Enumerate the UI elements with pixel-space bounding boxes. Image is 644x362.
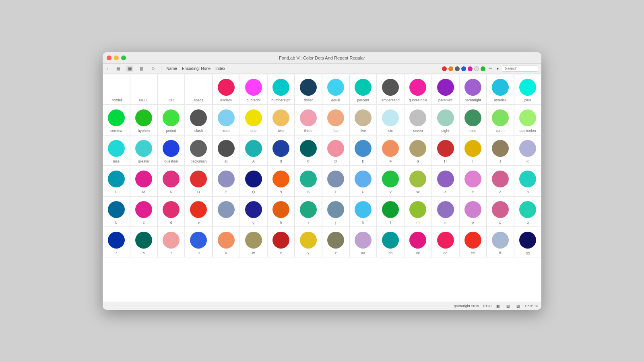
glyph-cell[interactable]: plus	[514, 74, 541, 105]
glyph-cell[interactable]: m	[404, 196, 431, 227]
glyph-cell[interactable]: question	[157, 135, 185, 166]
glyph-cell[interactable]: parenleft	[432, 74, 459, 105]
glyph-cell[interactable]: ee	[459, 227, 487, 257]
view-btn3[interactable]: ▧	[138, 66, 145, 72]
glyph-cell[interactable]: greater	[130, 135, 157, 166]
glyph-cell[interactable]: R	[267, 166, 295, 196]
pencil-button[interactable]: ✏	[487, 66, 493, 72]
search-input[interactable]	[502, 66, 538, 72]
glyph-cell[interactable]: quotedbl	[240, 74, 267, 105]
glyph-cell[interactable]: ampersand	[377, 74, 404, 105]
glyph-cell[interactable]: W	[404, 166, 431, 196]
glyph-cell[interactable]: at	[213, 135, 240, 166]
glyph-cell[interactable]: slash	[185, 105, 212, 135]
glyph-cell[interactable]: J	[487, 135, 514, 166]
glyph-cell[interactable]: j	[322, 196, 349, 227]
glyph-cell[interactable]: five	[349, 105, 377, 135]
glyph-cell[interactable]: gg	[514, 227, 541, 257]
color-swatch-7[interactable]	[481, 66, 485, 71]
glyph-cell[interactable]: k	[349, 196, 377, 227]
view-btn4[interactable]: ⊙	[150, 66, 156, 72]
glyph-cell[interactable]: less	[103, 135, 130, 166]
glyph-cell[interactable]: cc	[404, 227, 431, 257]
glyph-cell[interactable]: x	[267, 227, 295, 257]
glyph-cell[interactable]: u	[185, 227, 212, 257]
glyph-cell[interactable]: l	[377, 196, 404, 227]
glyph-cell[interactable]: h	[267, 196, 295, 227]
glyph-cell[interactable]: F	[377, 135, 404, 166]
glyph-cell[interactable]: ff	[487, 227, 514, 257]
glyph-cell[interactable]: hyphen	[130, 105, 157, 135]
glyph-cell[interactable]: L	[103, 166, 130, 196]
glyph-cell[interactable]: i	[295, 196, 322, 227]
color-swatch-1[interactable]	[442, 66, 447, 71]
more-button[interactable]: ▾	[495, 66, 500, 72]
glyph-cell[interactable]: dd	[432, 227, 459, 257]
glyph-cell[interactable]: B	[267, 135, 295, 166]
glyph-cell[interactable]: bb	[377, 227, 404, 257]
glyph-cell[interactable]: .notdef	[103, 74, 130, 105]
glyph-cell[interactable]: A	[240, 135, 267, 166]
glyph-cell[interactable]: aa	[349, 227, 377, 257]
color-swatch-2[interactable]	[448, 66, 453, 71]
status-view-btn3[interactable]: ▨	[515, 303, 522, 309]
glyph-cell[interactable]: q	[514, 196, 541, 227]
glyph-cell[interactable]: g	[240, 196, 267, 227]
glyph-cell[interactable]: E	[349, 135, 377, 166]
glyph-cell[interactable]: V	[377, 166, 404, 196]
close-button[interactable]	[107, 56, 111, 60]
glyph-cell[interactable]: f	[213, 196, 240, 227]
glyph-cell[interactable]: I	[459, 135, 487, 166]
glyph-cell[interactable]: D	[322, 135, 349, 166]
info-button[interactable]: i	[106, 66, 110, 72]
view-btn2[interactable]: ▦	[126, 66, 133, 72]
glyph-cell[interactable]: six	[377, 105, 404, 135]
glyph-cell[interactable]: T	[322, 166, 349, 196]
glyph-cell[interactable]: backslash	[185, 135, 212, 166]
minimize-button[interactable]	[114, 56, 119, 60]
glyph-cell[interactable]: space	[185, 74, 212, 105]
glyph-cell[interactable]: w	[240, 227, 267, 257]
glyph-cell[interactable]: asterisk	[487, 74, 514, 105]
glyph-cell[interactable]: o	[459, 196, 487, 227]
glyph-cell[interactable]: two	[267, 105, 295, 135]
glyph-cell[interactable]: S	[295, 166, 322, 196]
color-swatch-4[interactable]	[461, 66, 466, 71]
glyph-cell[interactable]: b	[103, 196, 130, 227]
glyph-cell[interactable]: nine	[459, 105, 487, 135]
glyph-cell[interactable]: e	[185, 196, 212, 227]
maximize-button[interactable]	[121, 56, 126, 60]
glyph-cell[interactable]: period	[157, 105, 185, 135]
glyph-cell[interactable]: G	[404, 135, 431, 166]
glyph-cell[interactable]: four	[322, 105, 349, 135]
glyph-cell[interactable]: O	[185, 166, 212, 196]
glyph-cell[interactable]: z	[322, 227, 349, 257]
glyph-cell[interactable]: eight	[432, 105, 459, 135]
view-btn1[interactable]: ▤	[115, 66, 122, 72]
color-swatch-3[interactable]	[455, 66, 460, 71]
glyph-cell[interactable]: colon	[487, 105, 514, 135]
glyph-cell[interactable]: parenright	[459, 74, 487, 105]
glyph-cell[interactable]: N	[157, 166, 185, 196]
glyph-cell[interactable]: numbersign	[267, 74, 295, 105]
glyph-cell[interactable]: Z	[487, 166, 514, 196]
glyph-cell[interactable]: seven	[404, 105, 431, 135]
glyph-cell[interactable]: c	[130, 196, 157, 227]
glyph-cell[interactable]: p	[487, 196, 514, 227]
glyph-cell[interactable]: exclam	[213, 74, 240, 105]
glyph-cell[interactable]: a	[514, 166, 541, 196]
glyph-cell[interactable]: three	[295, 105, 322, 135]
status-view-btn1[interactable]: ▦	[495, 303, 502, 309]
glyph-cell[interactable]: NULL	[130, 74, 157, 105]
glyph-cell[interactable]: percent	[349, 74, 377, 105]
glyph-cell[interactable]: C	[295, 135, 322, 166]
glyph-cell[interactable]: CR	[157, 74, 185, 105]
glyph-cell[interactable]: Q	[240, 166, 267, 196]
glyph-cell[interactable]: equal	[322, 74, 349, 105]
glyph-cell[interactable]: U	[349, 166, 377, 196]
glyph-cell[interactable]: zero	[213, 105, 240, 135]
glyph-cell[interactable]: H	[432, 135, 459, 166]
glyph-cell[interactable]: Y	[459, 166, 487, 196]
glyph-cell[interactable]: n	[432, 196, 459, 227]
color-swatch-6[interactable]	[474, 66, 479, 71]
